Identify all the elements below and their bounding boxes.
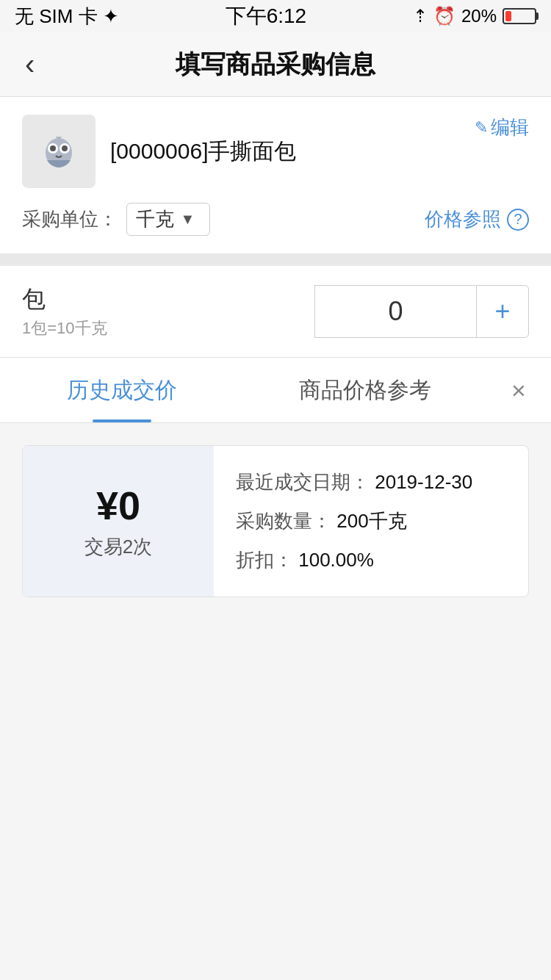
price-ref-label: 价格参照: [425, 206, 501, 232]
product-unit-row: 采购单位： 千克 ▼ 价格参照 ?: [22, 203, 529, 236]
product-top-row: [0000006]手撕面包 ✎ 编辑: [22, 115, 529, 188]
tab-product-price[interactable]: 商品价格参考: [243, 358, 486, 422]
svg-point-3: [50, 145, 56, 151]
discount-label: 折扣：: [236, 549, 293, 571]
page-title: 填写商品采购信息: [176, 48, 375, 82]
tab-history-price-label: 历史成交价: [67, 375, 177, 406]
quantity-value: 0: [388, 296, 403, 327]
nav-bar: ‹ 填写商品采购信息: [0, 32, 551, 97]
price-trades: 交易2次: [84, 534, 152, 560]
section-divider: [0, 254, 551, 266]
recent-date-row: 最近成交日期： 2019-12-30: [236, 468, 506, 497]
battery-percent: 20%: [461, 6, 497, 26]
quantity-row: 包 1包=10千克 0 +: [0, 266, 551, 358]
product-name: [0000006]手撕面包: [110, 137, 296, 167]
tab-close-button[interactable]: ×: [486, 358, 551, 422]
status-signal: 无 SIM 卡 ✦: [15, 4, 119, 29]
price-reference-button[interactable]: 价格参照 ?: [425, 206, 529, 232]
edit-label: 编辑: [491, 115, 529, 140]
unit-selector-group: 采购单位： 千克 ▼: [22, 203, 210, 236]
recent-date-label: 最近成交日期：: [236, 471, 370, 493]
unit-select[interactable]: 千克 ▼: [126, 203, 210, 236]
edit-button[interactable]: ✎ 编辑: [475, 115, 529, 140]
battery-icon: [503, 8, 536, 24]
tab-product-price-label: 商品价格参考: [299, 375, 431, 406]
status-time: 下午6:12: [226, 2, 307, 30]
price-card: ¥0 交易2次 最近成交日期： 2019-12-30 采购数量： 200千克 折…: [22, 445, 529, 597]
unit-value: 千克: [136, 206, 174, 232]
quantity-conversion: 1包=10千克: [22, 317, 107, 339]
unit-label: 采购单位：: [22, 208, 118, 230]
quantity-control: 0 +: [314, 285, 529, 338]
tab-history-price[interactable]: 历史成交价: [0, 358, 243, 422]
quantity-label-group: 包 1包=10千克: [22, 284, 107, 339]
edit-icon: ✎: [475, 118, 488, 137]
status-bar: 无 SIM 卡 ✦ 下午6:12 ⇡ ⏰ 20%: [0, 0, 551, 32]
discount-value: 100.00%: [298, 549, 374, 571]
alarm-icon: ⏰: [433, 6, 455, 26]
back-button[interactable]: ‹: [18, 40, 42, 88]
tab-bar: 历史成交价 商品价格参考 ×: [0, 358, 551, 423]
unit-dropdown-arrow: ▼: [180, 211, 195, 228]
page-rest: [0, 619, 551, 980]
price-section: ¥0 交易2次 最近成交日期： 2019-12-30 采购数量： 200千克 折…: [0, 423, 551, 619]
product-card: [0000006]手撕面包 ✎ 编辑 采购单位： 千克 ▼ 价格参照 ?: [0, 97, 551, 254]
product-left: [0000006]手撕面包: [22, 115, 296, 188]
price-right-panel: 最近成交日期： 2019-12-30 采购数量： 200千克 折扣： 100.0…: [214, 446, 528, 597]
quantity-plus-button[interactable]: +: [476, 285, 529, 338]
quantity-input[interactable]: 0: [314, 285, 476, 338]
discount-row: 折扣： 100.00%: [236, 546, 506, 574]
quantity-unit: 包: [22, 284, 107, 316]
tab-active-underline: [93, 419, 151, 422]
product-thumbnail-icon: [37, 129, 81, 173]
purchase-qty-label: 采购数量：: [236, 510, 331, 532]
svg-point-4: [62, 145, 68, 151]
price-left-panel: ¥0 交易2次: [23, 446, 214, 597]
status-right-group: ⇡ ⏰ 20%: [413, 6, 536, 26]
price-amount: ¥0: [96, 483, 140, 528]
location-icon: ⇡: [413, 6, 428, 26]
purchase-qty-row: 采购数量： 200千克: [236, 507, 506, 536]
price-ref-help-icon: ?: [507, 209, 529, 231]
product-image: [22, 115, 96, 188]
purchase-qty-value: 200千克: [336, 510, 406, 532]
recent-date-value: 2019-12-30: [375, 471, 472, 493]
